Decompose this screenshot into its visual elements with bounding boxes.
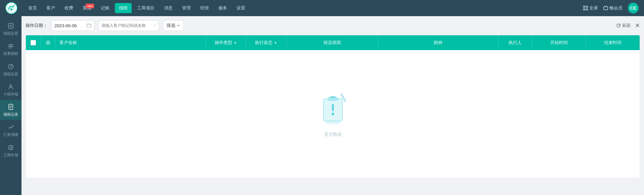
th-start-time: 开始时间: [532, 35, 586, 50]
top-navigation: 首页客户收费票据new记账报税工商项目消息管理经营服务设置 全屏 畅会员 CE: [0, 0, 644, 16]
svg-point-0: [6, 2, 17, 14]
nav-right-actions: 全屏 畅会员 CE: [583, 3, 639, 13]
filter-button[interactable]: 筛选: [163, 20, 184, 31]
svg-point-12: [10, 66, 11, 67]
sidebar-item-5[interactable]: 汇算清缴: [0, 120, 22, 140]
svg-rect-2: [584, 6, 585, 7]
main-content: 操作日期： 筛选: [22, 16, 644, 195]
select-all-checkbox[interactable]: [31, 40, 36, 45]
settlement-icon: [7, 123, 14, 131]
tax-overview-icon: [7, 63, 14, 70]
svg-rect-17: [87, 24, 91, 28]
svg-rect-16: [9, 146, 13, 150]
date-input-wrapper[interactable]: [51, 20, 94, 31]
svg-rect-10: [8, 48, 12, 48]
nav-badge-3: new: [86, 4, 94, 8]
tax-record-icon: [7, 103, 14, 111]
sidebar-item-1[interactable]: 批量报税: [0, 39, 22, 59]
refresh-button[interactable]: 刷新: [616, 23, 631, 29]
nav-item-4[interactable]: 记账: [97, 3, 114, 13]
table-body: 暂无数据: [26, 50, 640, 178]
fullscreen-button[interactable]: 全屏: [583, 5, 598, 11]
member-button[interactable]: 畅会员: [603, 5, 622, 11]
th-executor: 执行人: [499, 35, 532, 50]
sidebar-item-label-4: 报税记录: [3, 112, 18, 117]
nav-item-0[interactable]: 首页: [24, 3, 41, 13]
refresh-icon: [616, 23, 621, 28]
search-icon: [154, 23, 156, 28]
search-wrapper[interactable]: [98, 20, 159, 31]
nav-item-2[interactable]: 收费: [60, 3, 77, 13]
refresh-label: 刷新: [622, 23, 631, 29]
personal-tax-icon: [7, 83, 14, 90]
annual-report-icon: [7, 144, 14, 151]
sidebar-item-4[interactable]: 报税记录: [0, 100, 22, 120]
sidebar-item-2[interactable]: 报税总览: [0, 60, 22, 80]
th-checkbox[interactable]: [26, 35, 41, 50]
sidebar: 报税设置批量报税报税总览个税申报报税记录汇算清缴工商年报: [0, 16, 22, 195]
filter-label: 筛选: [167, 23, 175, 29]
main-layout: 报税设置批量报税报税总览个税申报报税记录汇算清缴工商年报 操作日期：: [0, 16, 644, 195]
sidebar-item-0[interactable]: 报税设置: [0, 19, 22, 39]
nav-item-10[interactable]: 服务: [214, 3, 231, 13]
sort-icon-status: ▼: [274, 41, 277, 45]
nav-item-9[interactable]: 经营: [196, 3, 213, 13]
svg-rect-24: [330, 96, 336, 98]
svg-point-27: [325, 121, 341, 124]
svg-rect-5: [586, 9, 588, 10]
svg-point-15: [12, 125, 13, 127]
member-label: 畅会员: [609, 5, 622, 11]
svg-rect-4: [584, 9, 585, 10]
th-client-name: 客户名称: [55, 35, 206, 50]
svg-point-26: [332, 113, 334, 115]
th-tax-type: 税种: [378, 35, 499, 50]
calendar-icon: [87, 23, 91, 28]
nav-item-1[interactable]: 客户: [42, 3, 59, 13]
empty-text: 暂无数据: [324, 131, 342, 138]
th-status[interactable]: 执行状态 ▼: [246, 35, 287, 50]
nav-item-7[interactable]: 消息: [160, 3, 177, 13]
nav-item-5[interactable]: 报税: [115, 3, 132, 13]
sidebar-item-3[interactable]: 个税申报: [0, 80, 22, 100]
sidebar-item-6[interactable]: 工商年报: [0, 141, 22, 161]
sidebar-item-label-3: 个税申报: [3, 92, 18, 96]
svg-rect-9: [8, 46, 13, 47]
data-table: 客户名称 操作类型 ▼ 执行状态 ▼ 错误原因 税种 执行人: [26, 35, 640, 178]
th-end-time: 结束时间: [586, 35, 640, 50]
svg-point-13: [10, 85, 12, 87]
search-input[interactable]: [101, 23, 152, 28]
fullscreen-label: 全屏: [589, 5, 598, 11]
sidebar-item-label-5: 汇算清缴: [3, 132, 18, 137]
th-error-reason: 错误原因: [287, 35, 378, 50]
nav-item-6[interactable]: 工商项目: [133, 3, 159, 13]
close-button[interactable]: ✕: [635, 23, 640, 29]
table-header: 客户名称 操作类型 ▼ 执行状态 ▼ 错误原因 税种 执行人: [26, 35, 640, 50]
nav-item-3[interactable]: 票据new: [79, 3, 95, 13]
th-op-type[interactable]: 操作类型 ▼: [206, 35, 246, 50]
sidebar-item-label-6: 工商年报: [3, 153, 18, 157]
toolbar: 操作日期： 筛选: [26, 20, 640, 31]
nav-item-11[interactable]: 设置: [232, 3, 249, 13]
date-label: 操作日期：: [26, 23, 47, 29]
tax-settings-icon: [7, 22, 14, 30]
chevron-down-icon: [177, 24, 180, 27]
empty-state-illustration: [316, 90, 350, 127]
svg-rect-6: [604, 7, 608, 10]
empty-illustration: [316, 90, 350, 127]
date-input[interactable]: [54, 23, 85, 28]
sidebar-item-label-2: 报税总览: [3, 72, 18, 76]
sidebar-item-label-0: 报税设置: [3, 31, 18, 36]
svg-point-1: [10, 8, 12, 10]
batch-tax-icon: [7, 42, 14, 50]
sidebar-item-label-1: 批量报税: [3, 51, 18, 56]
svg-rect-3: [586, 6, 588, 7]
sort-icon-op-type: ▼: [233, 41, 237, 45]
gear-icon: [45, 40, 51, 45]
avatar[interactable]: CE: [628, 3, 639, 13]
svg-point-19: [47, 42, 49, 44]
svg-rect-8: [8, 44, 13, 45]
th-gear[interactable]: [41, 35, 55, 50]
toolbar-right: 刷新 ✕: [616, 23, 640, 29]
nav-item-8[interactable]: 管理: [178, 3, 195, 13]
app-logo[interactable]: [5, 2, 17, 14]
